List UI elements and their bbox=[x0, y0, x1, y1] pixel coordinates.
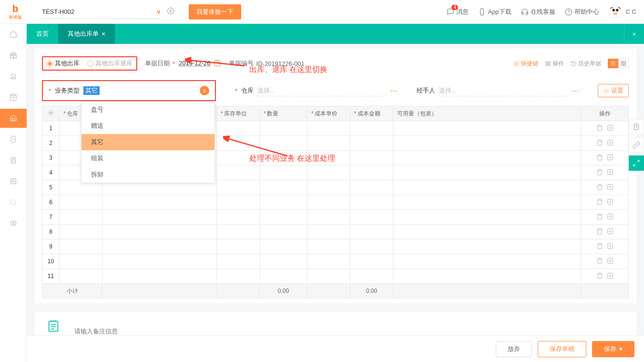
business-type-field[interactable]: * 业务类型 其它 ∧ bbox=[49, 86, 209, 95]
delete-icon[interactable] bbox=[596, 243, 603, 251]
svg-rect-39 bbox=[624, 62, 626, 63]
table-row[interactable]: 11 bbox=[42, 269, 629, 284]
svg-point-29 bbox=[514, 61, 519, 66]
link-icon[interactable] bbox=[629, 137, 644, 153]
chevron-up-icon[interactable]: ∧ bbox=[200, 86, 209, 95]
col-unit: 库存单位 bbox=[217, 106, 260, 121]
svg-point-10 bbox=[12, 77, 14, 78]
add-row-icon[interactable] bbox=[607, 124, 613, 133]
nav-warehouse-icon[interactable] bbox=[0, 109, 27, 128]
view-list-icon[interactable] bbox=[608, 59, 618, 68]
delete-icon[interactable] bbox=[596, 154, 603, 162]
svg-point-30 bbox=[516, 62, 517, 64]
discard-button[interactable]: 放弃 bbox=[496, 341, 532, 357]
dropdown-item-pankui[interactable]: 盘亏 bbox=[82, 102, 215, 118]
dropdown-item-zengsong[interactable]: 赠送 bbox=[82, 118, 215, 134]
col-settings[interactable] bbox=[42, 106, 60, 121]
messages-button[interactable]: 消息 4 bbox=[447, 8, 469, 16]
add-row-icon[interactable] bbox=[607, 198, 613, 207]
subtotal-row: 小计 0.00 0.00 bbox=[42, 284, 629, 299]
tabs-close-all[interactable]: × bbox=[624, 24, 644, 44]
view-grid-icon[interactable] bbox=[618, 59, 629, 68]
toolbar-row: 其他出库 其他出库退库 单据日期 * 2019-12-26 单据编号 ID-20… bbox=[42, 53, 629, 75]
history-link[interactable]: 历史单据 bbox=[571, 60, 601, 68]
warehouse-field[interactable]: * 仓库 选择... ··· bbox=[235, 85, 398, 96]
close-icon[interactable]: × bbox=[102, 30, 105, 38]
add-row-icon[interactable] bbox=[607, 272, 613, 280]
tab-other-outbound[interactable]: 其他出库单 × bbox=[58, 24, 115, 44]
app-download[interactable]: App下载 bbox=[478, 8, 511, 16]
business-type-value: 其它 bbox=[83, 86, 100, 95]
dropdown-item-qita[interactable]: 其它 bbox=[82, 134, 215, 150]
nav-ring-icon[interactable] bbox=[9, 197, 18, 207]
dropdown-item-zuzhuang[interactable]: 组装 bbox=[82, 150, 215, 166]
company-select[interactable]: TEST-H002 ∨ bbox=[42, 5, 161, 19]
add-row-icon[interactable] bbox=[607, 154, 613, 162]
username: C C bbox=[626, 8, 636, 15]
avatar[interactable] bbox=[609, 5, 622, 19]
dropdown-item-chaixie[interactable]: 拆卸 bbox=[82, 166, 215, 183]
svg-point-43 bbox=[605, 90, 607, 91]
nav-contact-icon[interactable] bbox=[9, 176, 18, 186]
col-amount: 成本金额 bbox=[350, 106, 393, 121]
annotation-text: 处理不同业务 在这里处理 bbox=[249, 154, 335, 164]
delete-icon[interactable] bbox=[596, 198, 603, 207]
radio-dot-icon bbox=[47, 61, 53, 67]
add-row-icon[interactable] bbox=[607, 258, 613, 266]
nav-money-icon[interactable]: ¥ bbox=[9, 134, 18, 144]
doc-date-field[interactable]: 单据日期 * 2019-12-26 bbox=[145, 59, 221, 68]
delete-icon[interactable] bbox=[596, 213, 603, 221]
top-header: b 标准版 TEST-H002 ∨ 我要体验一下 消息 4 App下载 在线客服… bbox=[0, 0, 644, 24]
shortcut-link[interactable]: 快捷键 bbox=[513, 60, 538, 68]
headset-icon bbox=[521, 8, 529, 16]
table-row[interactable]: 8 bbox=[42, 225, 629, 239]
right-rail bbox=[629, 119, 644, 171]
help-center[interactable]: 帮助中心 bbox=[565, 8, 599, 16]
svg-point-8 bbox=[613, 12, 617, 15]
delete-icon[interactable] bbox=[596, 139, 603, 147]
nav-bag-icon[interactable] bbox=[9, 93, 18, 102]
delete-icon[interactable] bbox=[596, 228, 603, 236]
table-row[interactable]: 10 bbox=[42, 254, 629, 269]
more-icon[interactable]: ··· bbox=[391, 87, 398, 94]
table-row[interactable]: 9 bbox=[42, 239, 629, 254]
nav-house2-icon[interactable] bbox=[9, 72, 18, 81]
try-button[interactable]: 我要体验一下 bbox=[189, 4, 241, 20]
delete-icon[interactable] bbox=[596, 184, 603, 192]
delete-icon[interactable] bbox=[596, 169, 603, 177]
table-row[interactable]: 6 bbox=[42, 195, 629, 210]
radio-outbound-return[interactable]: 其他出库退库 bbox=[87, 59, 133, 68]
add-row-icon[interactable] bbox=[607, 184, 613, 192]
handler-field[interactable]: 经手人 选择... ··· bbox=[417, 85, 579, 96]
svg-rect-33 bbox=[546, 64, 547, 65]
delete-icon[interactable] bbox=[596, 272, 603, 280]
delete-icon[interactable] bbox=[596, 258, 603, 266]
table-row[interactable]: 7 bbox=[42, 210, 629, 225]
nav-home-icon[interactable] bbox=[9, 30, 18, 39]
save-button[interactable]: 保存 ▾ bbox=[592, 341, 634, 357]
remark-input[interactable] bbox=[74, 328, 629, 335]
radio-outbound[interactable]: 其他出库 bbox=[47, 59, 80, 68]
note-icon[interactable] bbox=[629, 119, 644, 134]
expand-icon[interactable] bbox=[629, 155, 644, 171]
add-row-icon[interactable] bbox=[607, 213, 613, 221]
gear-icon[interactable] bbox=[167, 7, 174, 16]
nav-gift-icon[interactable] bbox=[9, 51, 18, 60]
nav-new-icon[interactable]: 新 bbox=[9, 218, 18, 228]
save-draft-button[interactable]: 保存草稿 bbox=[538, 341, 586, 357]
nav-clipboard-icon[interactable] bbox=[9, 155, 18, 165]
tab-home[interactable]: 首页 bbox=[27, 24, 58, 44]
operate-link[interactable]: 操作 bbox=[545, 60, 564, 68]
calendar-icon[interactable] bbox=[214, 59, 221, 68]
add-row-icon[interactable] bbox=[607, 228, 613, 236]
add-row-icon[interactable] bbox=[607, 169, 613, 177]
add-row-icon[interactable] bbox=[607, 243, 613, 251]
svg-point-7 bbox=[616, 9, 619, 11]
add-row-icon[interactable] bbox=[607, 139, 613, 147]
online-service[interactable]: 在线客服 bbox=[521, 8, 555, 16]
footer-actions: 放弃 保存草稿 保存 ▾ bbox=[27, 335, 644, 362]
delete-icon[interactable] bbox=[596, 124, 603, 133]
svg-rect-79 bbox=[49, 321, 58, 331]
more-icon[interactable]: ··· bbox=[572, 87, 579, 94]
settings-button[interactable]: 设置 bbox=[598, 84, 629, 97]
